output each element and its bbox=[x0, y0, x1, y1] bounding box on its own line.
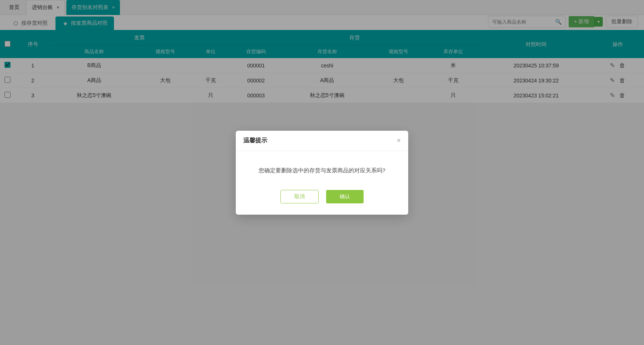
modal-header: 温馨提示 × bbox=[236, 131, 408, 151]
confirm-modal: 温馨提示 × 您确定要删除选中的存货与发票商品的对应关系吗? 取消 确认 bbox=[236, 131, 408, 215]
modal-body: 您确定要删除选中的存货与发票商品的对应关系吗? bbox=[236, 151, 408, 186]
modal-message: 您确定要删除选中的存货与发票商品的对应关系吗? bbox=[259, 167, 385, 173]
modal-overlay: 温馨提示 × 您确定要删除选中的存货与发票商品的对应关系吗? 取消 确认 bbox=[0, 0, 644, 345]
modal-title: 温馨提示 bbox=[243, 137, 267, 145]
modal-footer: 取消 确认 bbox=[236, 186, 408, 215]
confirm-button[interactable]: 确认 bbox=[326, 190, 364, 203]
cancel-button[interactable]: 取消 bbox=[280, 190, 319, 203]
modal-close-button[interactable]: × bbox=[397, 137, 401, 144]
